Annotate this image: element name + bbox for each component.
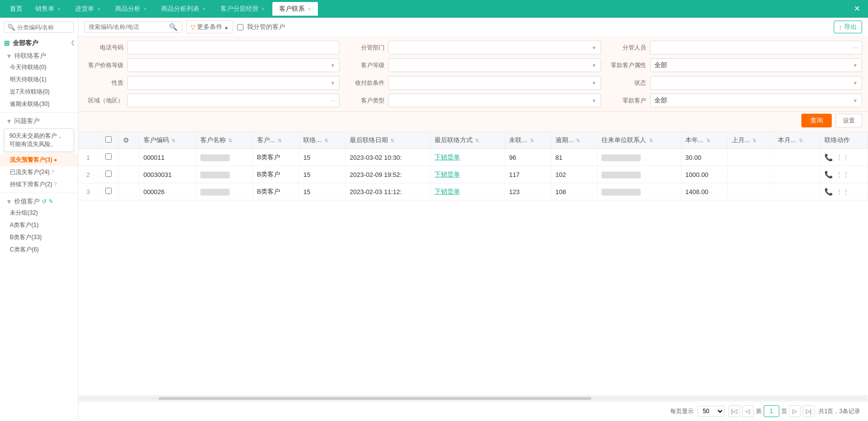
per-page-select[interactable]: 50 100 200 xyxy=(698,406,724,417)
dept-select[interactable]: ▼ xyxy=(388,41,601,54)
zero-attr-select[interactable]: 全部 ▼ xyxy=(650,58,862,72)
search-input[interactable] xyxy=(89,24,167,30)
cell-code: 000011 xyxy=(139,149,196,166)
more-conditions-button[interactable]: ▽ 更多条件 ▲ xyxy=(186,21,233,33)
person-dots[interactable]: ··· xyxy=(853,44,858,51)
sort-icon-lcd[interactable]: ⇅ xyxy=(390,138,394,143)
sort-icon-code[interactable]: ⇅ xyxy=(171,138,175,143)
sidebar-item-churned[interactable]: 已流失客户(24) ? xyxy=(0,166,78,178)
close-tab-customer-tier[interactable]: × xyxy=(262,6,265,12)
sidebar-search-input[interactable] xyxy=(17,24,71,31)
phone-input[interactable] xyxy=(127,41,339,54)
sidebar-search-box[interactable]: 🔍 xyxy=(4,22,74,33)
tab-customer-contact[interactable]: 客户联系 × xyxy=(272,2,317,16)
section-problem-customers[interactable]: ▼ 问题客户 xyxy=(0,115,78,126)
sidebar-item-class-b[interactable]: B类客户(33) xyxy=(0,231,78,244)
sort-icon-uc[interactable]: ⇅ xyxy=(649,138,653,143)
my-customers-checkbox[interactable] xyxy=(237,24,243,30)
cell-last-contact-date: 2023-02-09 19:52: xyxy=(345,166,430,183)
sidebar-item-7day-contact[interactable]: 近7天待联络(0) xyxy=(0,86,78,98)
prev-page-button[interactable]: ◁ xyxy=(742,405,754,417)
sort-icon-overdue[interactable]: ⇅ xyxy=(576,138,580,143)
tab-sales[interactable]: 销售单 × xyxy=(28,2,67,16)
action-more-icon[interactable]: ⋮⋮ xyxy=(836,171,849,178)
sort-icon-lm[interactable]: ⇅ xyxy=(752,138,756,143)
page-number-input[interactable] xyxy=(764,405,779,417)
search-icon[interactable]: 🔍 xyxy=(169,23,177,31)
last-contact-way-link[interactable]: 下销货单 xyxy=(434,153,460,161)
chevron-down-icon: ▲ xyxy=(224,25,229,30)
first-page-button[interactable]: |◁ xyxy=(728,405,740,417)
filter-gender: 性质 ▼ xyxy=(84,76,339,90)
zero-customer-select[interactable]: 全部 ▼ xyxy=(650,94,862,107)
sort-icon-contact[interactable]: ⇅ xyxy=(324,138,328,143)
action-phone-icon[interactable]: 📞 xyxy=(824,188,833,196)
scrollbar-thumb[interactable] xyxy=(159,397,591,400)
action-phone-icon[interactable]: 📞 xyxy=(824,153,833,161)
payment-select[interactable]: ▼ xyxy=(388,76,601,90)
sidebar-item-tomorrow-contact[interactable]: 明天待联络(1) xyxy=(0,74,78,86)
settings-button[interactable]: 设置 xyxy=(836,114,862,127)
sidebar-item-churn-warning[interactable]: 流失预警客户(3) ● xyxy=(0,154,78,166)
close-tab-purchase[interactable]: × xyxy=(97,6,100,12)
refresh-icon[interactable]: ↺ xyxy=(42,198,47,205)
section-value-customers[interactable]: ▼ 价值客户 ↺ ✎ xyxy=(0,195,78,207)
region-select[interactable]: ··· xyxy=(127,94,339,107)
gender-select[interactable]: ▼ xyxy=(127,76,339,90)
row-checkbox[interactable] xyxy=(105,153,112,160)
cell-code: 00030031 xyxy=(139,166,196,183)
window-close-button[interactable]: ✕ xyxy=(850,2,864,15)
action-more-icon[interactable]: ⋮⋮ xyxy=(836,188,849,196)
cell-name xyxy=(196,166,253,183)
all-customers-header[interactable]: ⊞ 全部客户 《 xyxy=(0,37,78,50)
select-all-checkbox[interactable] xyxy=(105,136,112,143)
edit-icon[interactable]: ✎ xyxy=(48,198,53,205)
tab-purchase[interactable]: 进货单 × xyxy=(68,2,107,16)
action-more-icon[interactable]: ⋮⋮ xyxy=(836,153,849,161)
query-button[interactable]: 查询 xyxy=(801,114,832,127)
export-button[interactable]: ↑ 导出 xyxy=(834,21,863,33)
export-icon: ↑ xyxy=(839,24,843,31)
status-select[interactable]: ▼ xyxy=(650,76,862,90)
sort-icon-type[interactable]: ⇅ xyxy=(278,138,282,143)
sort-icon-ty[interactable]: ⇅ xyxy=(706,138,710,143)
tab-customer-tier[interactable]: 客户分层经营 × xyxy=(214,2,271,16)
close-tab-sales[interactable]: × xyxy=(57,6,60,12)
person-select[interactable]: ··· xyxy=(650,41,862,54)
last-contact-way-link[interactable]: 下销货单 xyxy=(434,171,460,178)
cell-contact: 15 xyxy=(299,149,346,166)
action-phone-icon[interactable]: 📞 xyxy=(824,171,833,178)
sort-icon-lcw[interactable]: ⇅ xyxy=(475,138,479,143)
sidebar-item-ungrouped[interactable]: 未分组(32) xyxy=(0,207,78,219)
region-dots[interactable]: ··· xyxy=(330,97,335,104)
last-contact-way-link[interactable]: 下销货单 xyxy=(434,188,460,195)
row-checkbox[interactable] xyxy=(105,188,112,194)
customer-type-select[interactable]: ▼ xyxy=(388,94,601,107)
sidebar-item-class-c[interactable]: C类客户(6) xyxy=(0,244,78,256)
row-checkbox[interactable] xyxy=(105,171,112,177)
sort-icon-nc[interactable]: ⇅ xyxy=(530,138,534,143)
close-tab-customer-contact[interactable]: × xyxy=(308,6,311,12)
sidebar-item-today-contact[interactable]: 今天待联络(0) xyxy=(0,61,78,74)
tab-analysis[interactable]: 商品分析 × xyxy=(108,2,153,16)
cell-not-contacted: 117 xyxy=(505,166,552,183)
sort-icon-tm[interactable]: ⇅ xyxy=(799,138,803,143)
customer-level-select[interactable]: ▼ xyxy=(388,58,601,72)
filter-price-level: 客户价格等级 ▼ xyxy=(84,58,339,72)
sidebar-item-class-a[interactable]: A类客户(1) xyxy=(0,219,78,231)
close-tab-analysis[interactable]: × xyxy=(144,6,146,12)
cell-this-year: 1408.00 xyxy=(681,183,728,200)
table-settings-icon[interactable]: ⚙ xyxy=(123,136,129,144)
price-level-select[interactable]: ▼ xyxy=(127,58,339,72)
tab-analysis-list[interactable]: 商品分析列表 × xyxy=(154,2,212,16)
tab-home[interactable]: 首页 xyxy=(4,4,28,13)
sidebar-item-overdue-contact[interactable]: 逾期未联络(30) xyxy=(0,98,78,110)
sidebar-item-declining[interactable]: 持续下滑客户(2) ? xyxy=(0,178,78,191)
horizontal-scrollbar[interactable] xyxy=(78,395,868,401)
section-pending-contact[interactable]: ▼ 待联络客户 xyxy=(0,50,78,61)
data-table: ⚙ 客户编码 ⇅ 客户名称 ⇅ 客户... ⇅ xyxy=(78,132,868,200)
close-tab-analysis-list[interactable]: × xyxy=(202,6,205,12)
sort-icon-name[interactable]: ⇅ xyxy=(228,138,232,143)
next-page-button[interactable]: ▷ xyxy=(789,405,801,417)
last-page-button[interactable]: ▷| xyxy=(803,405,815,417)
